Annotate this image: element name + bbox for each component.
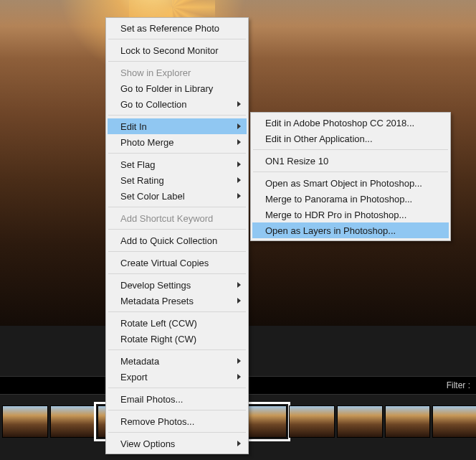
chevron-right-icon (237, 374, 241, 380)
menu-item-show-in-explorer: Show in Explorer (108, 65, 247, 80)
chevron-right-icon (237, 139, 241, 145)
menu-item-label: Export (120, 372, 148, 382)
menu-item-create-virtual-copies[interactable]: Create Virtual Copies (108, 255, 247, 271)
menu-item-merge-to-hdr-pro-in-photoshop[interactable]: Merge to HDR Pro in Photoshop... (252, 207, 449, 222)
edit-in-submenu[interactable]: Edit in Adobe Photoshop CC 2018...Edit i… (250, 112, 451, 241)
menu-item-photo-merge[interactable]: Photo Merge (108, 134, 247, 150)
filmstrip-thumbnail[interactable] (337, 405, 383, 438)
menu-item-label: Go to Folder in Library (120, 83, 213, 94)
menu-separator (108, 432, 246, 433)
menu-item-label: Rotate Right (CW) (120, 334, 196, 344)
menu-item-set-rating[interactable]: Set Rating (108, 172, 247, 188)
menu-item-open-as-smart-object-in-photoshop[interactable]: Open as Smart Object in Photoshop... (252, 175, 449, 191)
menu-item-edit-in-adobe-photoshop-cc-2018[interactable]: Edit in Adobe Photoshop CC 2018... (252, 115, 449, 131)
menu-item-label: Set Flag (120, 159, 155, 170)
menu-item-label: Show in Explorer (120, 67, 191, 78)
menu-item-label: Set Rating (120, 175, 164, 186)
menu-separator (108, 410, 246, 410)
menu-item-label: Remove Photos... (120, 416, 194, 427)
menu-item-view-options[interactable]: View Options (108, 436, 247, 451)
filmstrip-thumbnail[interactable] (2, 405, 48, 438)
menu-item-label: Edit in Other Application... (265, 133, 373, 144)
menu-item-label: View Options (120, 438, 175, 449)
menu-item-export[interactable]: Export (108, 369, 247, 385)
menu-item-lock-to-second-monitor[interactable]: Lock to Second Monitor (108, 42, 247, 58)
menu-separator (108, 39, 246, 39)
menu-item-go-to-collection[interactable]: Go to Collection (108, 96, 247, 112)
chevron-right-icon (237, 298, 241, 304)
menu-item-label: Lock to Second Monitor (120, 45, 219, 56)
chevron-right-icon (237, 358, 241, 364)
thumbnail-image (51, 406, 95, 437)
menu-item-label: Add to Quick Collection (120, 235, 217, 246)
menu-separator (108, 153, 246, 154)
menu-separator (253, 149, 448, 150)
menu-separator (253, 172, 448, 172)
menu-separator (108, 311, 246, 312)
menu-item-set-color-label[interactable]: Set Color Label (108, 188, 247, 204)
menu-item-develop-settings[interactable]: Develop Settings (108, 277, 247, 293)
menu-item-rotate-right-cw[interactable]: Rotate Right (CW) (108, 331, 247, 347)
menu-item-label: Email Photos... (120, 394, 183, 405)
menu-item-on1-resize-10[interactable]: ON1 Resize 10 (252, 153, 449, 169)
menu-item-rotate-left-ccw[interactable]: Rotate Left (CCW) (108, 315, 247, 331)
menu-item-label: Open as Layers in Photoshop... (265, 225, 396, 236)
menu-item-metadata-presets[interactable]: Metadata Presets (108, 293, 247, 309)
menu-separator (108, 251, 246, 252)
menu-item-label: Photo Merge (120, 137, 173, 148)
menu-separator (108, 273, 246, 274)
chevron-right-icon (237, 161, 241, 167)
chevron-right-icon (237, 193, 241, 199)
menu-item-edit-in-other-application[interactable]: Edit in Other Application... (252, 131, 449, 146)
menu-item-label: Metadata (120, 356, 159, 367)
menu-item-edit-in[interactable]: Edit In (108, 118, 247, 134)
chevron-right-icon (237, 441, 241, 446)
chevron-right-icon (237, 123, 241, 129)
thumbnail-image (386, 406, 430, 437)
menu-item-label: Merge to HDR Pro in Photoshop... (265, 210, 406, 220)
menu-item-label: Metadata Presets (120, 296, 194, 306)
menu-item-label: Go to Collection (120, 99, 187, 110)
filter-label: Filter : (447, 380, 470, 390)
menu-item-label: Create Virtual Copies (120, 258, 209, 268)
menu-item-add-to-quick-collection[interactable]: Add to Quick Collection (108, 233, 247, 248)
chevron-right-icon (237, 101, 241, 107)
menu-item-label: Rotate Left (CCW) (120, 318, 197, 329)
menu-item-set-flag[interactable]: Set Flag (108, 156, 247, 172)
thumbnail-image (338, 406, 382, 437)
menu-separator (108, 229, 246, 230)
menu-separator (108, 388, 246, 388)
menu-item-label: Develop Settings (120, 280, 191, 291)
menu-item-label: Open as Smart Object in Photoshop... (265, 178, 422, 189)
menu-separator (108, 207, 246, 207)
menu-item-label: Add Shortcut Keyword (120, 213, 213, 224)
menu-item-add-shortcut-keyword: Add Shortcut Keyword (108, 210, 247, 226)
thumbnail-image (290, 406, 334, 437)
filmstrip-thumbnail[interactable] (289, 405, 335, 438)
chevron-right-icon (237, 282, 241, 288)
filmstrip-thumbnail[interactable] (50, 405, 96, 438)
menu-item-metadata[interactable]: Metadata (108, 353, 247, 369)
menu-item-label: Merge to Panorama in Photoshop... (265, 194, 412, 205)
menu-item-go-to-folder-in-library[interactable]: Go to Folder in Library (108, 80, 247, 96)
menu-item-set-as-reference-photo[interactable]: Set as Reference Photo (108, 20, 247, 36)
filmstrip-thumbnail[interactable] (385, 405, 431, 438)
menu-item-open-as-layers-in-photoshop[interactable]: Open as Layers in Photoshop... (252, 222, 449, 238)
menu-item-merge-to-panorama-in-photoshop[interactable]: Merge to Panorama in Photoshop... (252, 191, 449, 207)
menu-item-email-photos[interactable]: Email Photos... (108, 391, 247, 407)
thumbnail-image (433, 406, 476, 437)
menu-item-label: Edit in Adobe Photoshop CC 2018... (265, 118, 414, 128)
menu-separator (108, 349, 246, 350)
menu-separator (108, 61, 246, 62)
menu-item-label: Set as Reference Photo (120, 23, 219, 34)
menu-item-label: ON1 Resize 10 (265, 156, 328, 166)
thumbnail-image (3, 406, 47, 437)
context-menu[interactable]: Set as Reference PhotoLock to Second Mon… (105, 17, 249, 454)
menu-item-label: Set Color Label (120, 191, 185, 202)
menu-separator (108, 115, 246, 116)
chevron-right-icon (237, 177, 241, 183)
filmstrip-thumbnail[interactable] (432, 405, 476, 438)
menu-item-label: Edit In (120, 121, 147, 132)
menu-item-remove-photos[interactable]: Remove Photos... (108, 413, 247, 429)
